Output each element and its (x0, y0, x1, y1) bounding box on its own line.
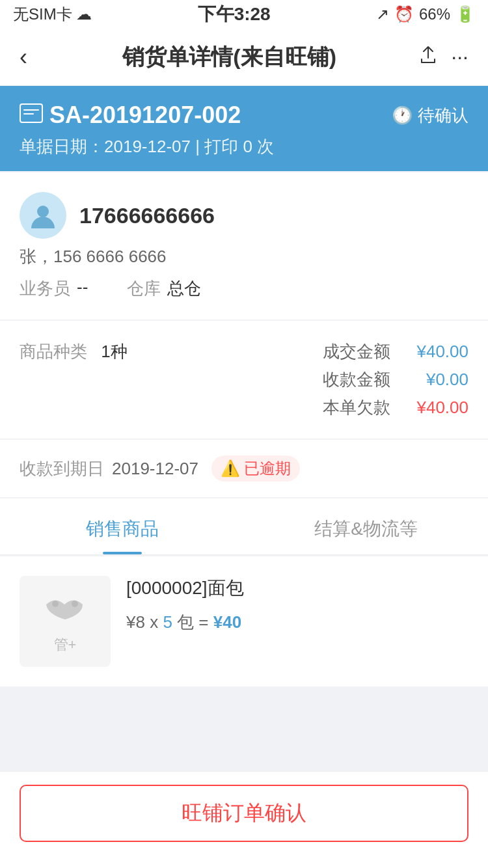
product-total: ¥40 (213, 612, 241, 632)
equals-sign: = (198, 612, 213, 632)
product-unit-price: ¥8 (126, 612, 145, 632)
product-qty: 5 (163, 612, 172, 632)
nav-actions: ··· (418, 45, 468, 70)
summary-card: 商品种类 1种 成交金额 ¥40.00 收款金额 ¥0.00 本单欠款 ¥40.… (0, 321, 488, 439)
tabs-bar: 销售商品 结算&物流等 (0, 498, 488, 555)
nav-bar: ‹ 销货单详情(来自旺铺) ··· (0, 29, 488, 86)
salesperson-value: -- (77, 277, 88, 300)
page-title: 销货单详情(来自旺铺) (40, 42, 418, 72)
svg-point-5 (72, 601, 78, 607)
location-icon: ↗ (376, 5, 389, 23)
product-price: ¥8 x 5 包 = ¥40 (126, 611, 468, 634)
order-header-card: SA-20191207-002 🕐 待确认 单据日期：2019-12-07 | … (0, 86, 488, 171)
customer-meta: 业务员 -- 仓库 总仓 (20, 277, 468, 300)
product-unit: 包 (177, 612, 194, 632)
sim-status: 无SIM卡 ☁ (13, 4, 92, 25)
confirm-order-button[interactable]: 旺铺订单确认 (20, 785, 468, 842)
amount-label: 成交金额 (323, 340, 390, 363)
multiply-sign: x (150, 612, 163, 632)
overdue-badge: ⚠️ 已逾期 (211, 455, 300, 481)
customer-card: 17666666666 张，156 6666 6666 业务员 -- 仓库 总仓 (0, 172, 488, 319)
product-thumbnail: 管+ (20, 576, 111, 667)
svg-point-1 (37, 206, 49, 217)
warehouse-value: 总仓 (167, 277, 201, 300)
product-name: [0000002]面包 (126, 576, 468, 601)
amount-value: ¥40.00 (403, 342, 468, 362)
bottom-bar: 旺铺订单确认 (0, 771, 488, 868)
product-logo-icon (39, 588, 91, 632)
received-value: ¥0.00 (403, 370, 468, 390)
customer-phone: 17666666666 (79, 203, 215, 228)
status-time: 下午3:28 (198, 2, 271, 27)
status-left: 无SIM卡 ☁ (13, 4, 92, 25)
overdue-icon: ⚠️ (221, 459, 240, 478)
salesperson-label: 业务员 (20, 277, 70, 300)
product-type-label: 商品种类 (20, 342, 87, 361)
clock-icon: 🕐 (392, 105, 413, 126)
alarm-icon: ⏰ (394, 5, 414, 23)
due-date-value: 2019-12-07 (112, 459, 198, 479)
product-info: [0000002]面包 ¥8 x 5 包 = ¥40 (126, 576, 468, 667)
tab-settlement[interactable]: 结算&物流等 (244, 498, 488, 554)
tab-products[interactable]: 销售商品 (0, 498, 244, 554)
due-date-label: 收款到期日 (20, 457, 104, 480)
order-status: 🕐 待确认 (392, 104, 468, 127)
product-type-value: 1种 (101, 342, 127, 361)
order-id: SA-20191207-002 (20, 102, 241, 129)
customer-avatar (20, 192, 66, 239)
battery-level: 66% (419, 5, 450, 23)
product-card: 管+ [0000002]面包 ¥8 x 5 包 = ¥40 (0, 556, 488, 686)
battery-icon: 🔋 (455, 5, 475, 23)
more-button[interactable]: ··· (451, 45, 468, 69)
status-right: ↗ ⏰ 66% 🔋 (376, 5, 475, 23)
order-date: 单据日期：2019-12-07 | 打印 0 次 (20, 135, 468, 158)
svg-point-4 (52, 601, 59, 607)
overdue-text: 已逾期 (244, 458, 291, 479)
order-icon (20, 102, 43, 129)
share-button[interactable] (418, 45, 438, 70)
due-date-card: 收款到期日 2019-12-07 ⚠️ 已逾期 (0, 440, 488, 497)
status-bar: 无SIM卡 ☁ 下午3:28 ↗ ⏰ 66% 🔋 (0, 0, 488, 29)
received-label: 收款金额 (323, 368, 390, 391)
owed-value: ¥40.00 (403, 398, 468, 418)
back-button[interactable]: ‹ (20, 44, 27, 71)
summary-right: 成交金额 ¥40.00 收款金额 ¥0.00 本单欠款 ¥40.00 (323, 340, 468, 419)
warehouse-label: 仓库 (127, 277, 161, 300)
customer-name: 张，156 6666 6666 (20, 245, 468, 268)
owed-label: 本单欠款 (323, 396, 390, 419)
